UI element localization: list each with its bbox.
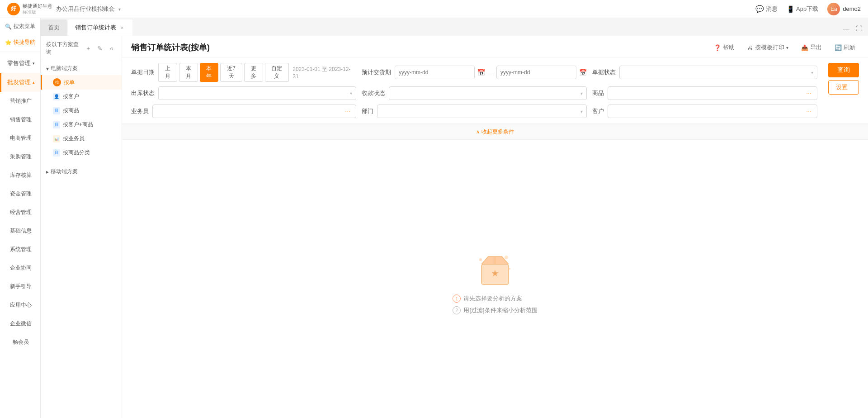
app-title[interactable]: 办公用品行业模拟账套 ▾ — [56, 5, 121, 13]
tab-close-button[interactable]: × — [119, 24, 125, 31]
page-content: 按以下方案查询 + ✎ « ▾ 电脑端方案 按 按单 👤 — [41, 36, 868, 418]
svg-point-4 — [509, 268, 510, 270]
empty-tips: 1 请先选择要分析的方案 2 用[过滤]条件来缩小分析范围 — [453, 294, 537, 314]
sidebar-item-wechat[interactable]: 企业微信 — [0, 314, 40, 333]
expected-date-start-input[interactable] — [395, 66, 475, 79]
expected-date-end-input[interactable] — [496, 66, 576, 79]
print-button[interactable]: 🖨 按模板打印 — [744, 42, 792, 53]
dispatch-arrow-icon: ▾ — [350, 91, 352, 96]
date-range-text: 2023-01-01 至 2023-12-31 — [292, 66, 356, 80]
this-month-btn[interactable]: 本月 — [179, 63, 198, 82]
sidebar-item-guide[interactable]: 新手引导 — [0, 277, 40, 296]
custom-date-btn[interactable]: 自定义 — [265, 63, 289, 82]
avatar: Ea — [827, 3, 840, 15]
app-download-button[interactable]: 📱 App下载 — [787, 5, 818, 13]
payment-group: 收款状态 ▾ — [362, 86, 587, 100]
customer-group: 客户 ··· — [592, 104, 817, 118]
sidebar-item-ecommerce[interactable]: 电商管理 — [0, 129, 40, 147]
logo-text: 畅捷通好生意 标准版 — [23, 3, 52, 15]
shortcut-nav-button[interactable]: ⭐ 快捷导航 — [0, 35, 40, 50]
scheme-item-byorder[interactable]: 按 按单 — [41, 75, 122, 90]
goods-group: 商品 ··· — [592, 86, 817, 100]
mobile-section-arrow-icon: ▸ — [46, 169, 49, 175]
dispatch-label: 出库状态 — [131, 89, 155, 97]
content-area: 首页 销售订单统计表 × — ⛶ 按以下方案查询 + — [41, 18, 868, 418]
settings-button[interactable]: 设置 — [828, 80, 859, 95]
calendar-start-icon: 📅 — [477, 69, 485, 76]
user-name: demo2 — [843, 5, 861, 12]
user-area[interactable]: Ea demo2 — [827, 3, 861, 15]
export-button[interactable]: 📤 导出 — [797, 42, 826, 53]
goods-more-icon[interactable]: ··· — [804, 90, 813, 97]
sidebar-item-inventory[interactable]: 库存核算 — [0, 166, 40, 185]
dispatch-group: 出库状态 ▾ — [131, 86, 356, 100]
date-dash: — — [488, 69, 494, 76]
payment-select[interactable]: ▾ — [389, 86, 587, 100]
sidebar-item-marketing[interactable]: 营销推广 — [0, 92, 40, 110]
filter-area: 单据日期 上月 本月 本年 近7天 更多 自定义 — [122, 57, 868, 124]
payment-arrow-icon: ▾ — [580, 91, 583, 96]
sidebar: 🔍 搜索菜单 ⭐ 快捷导航 零售管理 ▾ 批发管理 ▴ 营销推广 销售管理 电商… — [0, 18, 41, 418]
scheme-item-bystaff[interactable]: 📊 按业务员 — [41, 132, 122, 146]
sidebar-item-appcenter[interactable]: 应用中心 — [0, 296, 40, 314]
download-icon: 📱 — [787, 5, 794, 13]
message-button[interactable]: 💬 消息 — [755, 5, 778, 13]
svg-point-5 — [505, 256, 508, 259]
left-panel: 按以下方案查询 + ✎ « ▾ 电脑端方案 按 按单 👤 — [41, 36, 122, 418]
shortcut-icon: ⭐ — [5, 39, 12, 46]
dropdown-arrow-icon: ▾ — [118, 7, 121, 12]
goods-select[interactable]: ··· — [608, 86, 817, 100]
expand-button[interactable]: ⛶ — [854, 23, 864, 34]
collapse-bar[interactable]: ∧ 收起更多条件 — [122, 124, 868, 140]
refresh-button[interactable]: 🔄 刷新 — [831, 42, 859, 53]
search-menu-button[interactable]: 🔍 搜索菜单 — [0, 18, 40, 35]
expected-date-label: 预计交货期 — [362, 68, 391, 76]
collapse-panel-button[interactable]: « — [107, 44, 116, 53]
sidebar-item-enterprise[interactable]: 企业协同 — [0, 259, 40, 277]
scheme-item-bygoods[interactable]: 目 按商品 — [41, 104, 122, 118]
last-month-btn[interactable]: 上月 — [158, 63, 177, 82]
staff-more-icon[interactable]: ··· — [343, 108, 352, 115]
filter-row-1: 单据日期 上月 本月 本年 近7天 更多 自定义 — [131, 63, 817, 82]
top-bar-right: 💬 消息 📱 App下载 Ea demo2 — [755, 3, 861, 15]
calendar-end-icon: 📅 — [579, 69, 587, 76]
scheme-item-bycustomergoods[interactable]: 目 按客户+商品 — [41, 118, 122, 132]
dispatch-select[interactable]: ▾ — [158, 86, 356, 100]
customer-select[interactable]: ··· — [608, 104, 817, 118]
edit-scheme-button[interactable]: ✎ — [95, 44, 104, 53]
search-icon: 🔍 — [5, 24, 12, 30]
minimize-button[interactable]: — — [841, 23, 852, 34]
empty-tip-2: 2 用[过滤]条件来缩小分析范围 — [453, 306, 537, 314]
main-layout: 🔍 搜索菜单 ⭐ 快捷导航 零售管理 ▾ 批发管理 ▴ 营销推广 销售管理 电商… — [0, 18, 868, 418]
scheme-item-bycategory[interactable]: 目 按商品分类 — [41, 146, 122, 160]
svg-text:★: ★ — [491, 268, 499, 278]
last7days-btn[interactable]: 近7天 — [220, 63, 242, 82]
tab-sales-order[interactable]: 销售订单统计表 × — [68, 19, 132, 36]
doc-status-select[interactable]: ▾ — [619, 66, 817, 79]
sidebar-item-purchase[interactable]: 采购管理 — [0, 147, 40, 166]
sidebar-item-finance[interactable]: 资金管理 — [0, 185, 40, 203]
sidebar-item-wholesale[interactable]: 批发管理 ▴ — [0, 73, 40, 92]
sidebar-item-retail[interactable]: 零售管理 ▾ — [0, 54, 40, 73]
help-button[interactable]: ❓ 帮助 — [710, 42, 738, 53]
sidebar-item-basic[interactable]: 基础信息 — [0, 222, 40, 240]
tab-home[interactable]: 首页 — [41, 19, 67, 36]
sidebar-item-sales[interactable]: 销售管理 — [0, 110, 40, 129]
current-year-btn[interactable]: 本年 — [200, 63, 219, 82]
add-scheme-button[interactable]: + — [84, 44, 93, 53]
page-title: 销售订单统计表(按单) — [131, 42, 210, 53]
sidebar-item-member[interactable]: 畅会员 — [0, 333, 40, 352]
mobile-scheme-header[interactable]: ▸ 移动端方案 — [41, 165, 122, 178]
sidebar-item-system[interactable]: 系统管理 — [0, 240, 40, 259]
dept-select[interactable]: ▾ — [377, 104, 587, 118]
mobile-scheme-section: ▸ 移动端方案 — [41, 162, 122, 181]
query-button[interactable]: 查询 — [828, 63, 859, 77]
pc-scheme-header[interactable]: ▾ 电脑端方案 — [41, 62, 122, 75]
customer-more-icon[interactable]: ··· — [804, 108, 813, 115]
refresh-icon: 🔄 — [835, 44, 842, 51]
sidebar-item-operation[interactable]: 经营管理 — [0, 203, 40, 222]
scheme-item-bycustomer[interactable]: 👤 按客户 — [41, 90, 122, 104]
date-quick-buttons: 上月 本月 本年 近7天 更多 自定义 — [158, 63, 289, 82]
staff-select[interactable]: ··· — [152, 104, 356, 118]
more-date-btn[interactable]: 更多 — [244, 63, 263, 82]
